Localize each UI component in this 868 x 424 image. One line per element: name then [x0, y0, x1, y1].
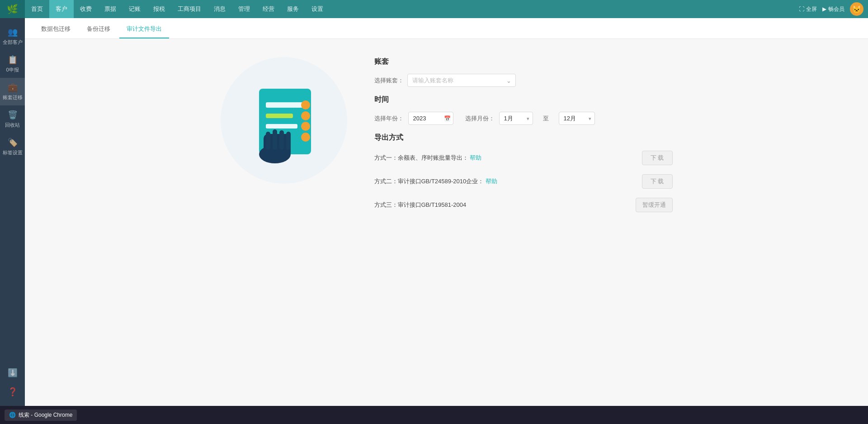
month-end-select[interactable]: 1月 2月 3月 4月 5月 6月 7月 8月 9月 10月 [559, 112, 595, 125]
nav-items: 首页 客户 收费 票据 记账 报税 工商项目 消息 管理 经营 服务 设置 [25, 0, 330, 18]
export-method-2-help-link[interactable]: 帮助 [486, 178, 497, 185]
month-end-wrap: 1月 2月 3月 4月 5月 6月 7月 8月 9月 10月 [559, 112, 595, 125]
svg-rect-1 [266, 102, 304, 108]
time-row: 选择年份： 🗓 选择月份： 1月 2月 3月 [374, 112, 673, 125]
svg-rect-11 [266, 132, 270, 150]
export-method-1-download-button[interactable]: 下 载 [642, 151, 673, 165]
sidebar-item-all-customers[interactable]: 👥 全部客户 [0, 23, 25, 50]
export-method-2-label: 方式二：审计接口GB/T24589-2010企业： 帮助 [374, 177, 642, 186]
to-label: 至 [541, 114, 551, 123]
svg-point-6 [301, 111, 310, 120]
zero-report-icon: 📋 [8, 55, 18, 65]
fullscreen-label: 全屏 [806, 5, 817, 13]
sidebar-item-tag-settings[interactable]: 🏷️ 标签设置 [0, 133, 25, 161]
svg-point-5 [301, 100, 310, 110]
account-section-title: 账套 [374, 57, 673, 67]
sidebar-item-help[interactable]: ❓ [0, 382, 25, 401]
export-method-3-row: 方式三：审计接口GB/T19581-2004 暂缓开通 [374, 198, 673, 212]
svg-rect-3 [266, 124, 297, 129]
sidebar-item-download[interactable]: ⬇️ [0, 363, 25, 382]
svg-rect-12 [273, 129, 277, 150]
page-inner: 账套 选择账套： 请输入账套名称 时间 选择年份： [221, 57, 673, 221]
sidebar-item-recycle[interactable]: 🗑️ 回收站 [0, 105, 25, 133]
account-select-row: 选择账套： 请输入账套名称 [374, 74, 673, 87]
tab-backup-migration[interactable]: 备份迁移 [80, 20, 118, 38]
sidebar-item-label: 0申报 [6, 67, 19, 73]
nav-item-invoice[interactable]: 票据 [98, 0, 123, 18]
fullscreen-icon: ⛶ [799, 6, 804, 12]
sidebar-item-zero-report[interactable]: 📋 0申报 [0, 50, 25, 78]
nav-item-service[interactable]: 服务 [281, 0, 305, 18]
export-method-3-open-button[interactable]: 暂缓开通 [636, 198, 673, 212]
nav-item-business[interactable]: 工商项目 [171, 0, 208, 18]
export-method-1-help-link[interactable]: 帮助 [470, 154, 481, 161]
member-button[interactable]: ▶ 畅会员 [822, 5, 844, 13]
account-select-label: 选择账套： [374, 76, 404, 85]
nav-item-customer[interactable]: 客户 [49, 0, 74, 18]
svg-rect-14 [286, 132, 291, 150]
sidebar-item-label: 账套迁移 [3, 94, 23, 101]
form-area: 账套 选择账套： 请输入账套名称 时间 选择年份： [374, 57, 673, 221]
nav-right: ⛶ 全屏 ▶ 畅会员 🐱 [799, 2, 863, 16]
tag-icon: 🏷️ [8, 138, 18, 148]
all-customers-icon: 👥 [8, 27, 18, 37]
export-section-title: 导出方式 [374, 133, 673, 143]
export-method-1-label: 方式一：余额表、序时账批量导出： 帮助 [374, 154, 642, 162]
illustration-wrap [221, 57, 347, 184]
help-icon: ❓ [8, 387, 18, 397]
account-select[interactable]: 请输入账套名称 [407, 74, 516, 87]
tab-audit-export[interactable]: 审计文件导出 [119, 20, 169, 38]
logo-icon: 🌿 [7, 4, 18, 14]
sidebar-item-label: 回收站 [5, 122, 20, 129]
account-select-wrapper: 请输入账套名称 [407, 74, 516, 87]
export-method-3-label: 方式三：审计接口GB/T19581-2004 [374, 201, 636, 209]
month-start-wrap: 1月 2月 3月 4月 5月 6月 7月 8月 9月 10月 [499, 112, 533, 125]
sidebar-item-account-migration[interactable]: 💼 账套迁移 [0, 78, 25, 105]
main-layout: 👥 全部客户 📋 0申报 💼 账套迁移 🗑️ 回收站 🏷️ 标签设置 ⬇️ ❓ [0, 18, 868, 406]
nav-item-settings[interactable]: 设置 [305, 0, 330, 18]
svg-point-8 [301, 133, 310, 142]
tabs-bar: 数据包迁移 备份迁移 审计文件导出 [25, 18, 868, 39]
recycle-icon: 🗑️ [8, 110, 18, 120]
video-icon: ▶ [822, 6, 826, 12]
sidebar-item-label: 标签设置 [3, 149, 23, 156]
time-section-title: 时间 [374, 95, 673, 105]
year-input[interactable] [408, 112, 453, 125]
nav-item-fee[interactable]: 收费 [74, 0, 98, 18]
top-navigation: 🌿 首页 客户 收费 票据 记账 报税 工商项目 消息 管理 经营 服务 设置 … [0, 0, 868, 18]
month-start-select[interactable]: 1月 2月 3月 4月 5月 6月 7月 8月 9月 10月 [499, 112, 533, 125]
nav-item-tax[interactable]: 报税 [147, 0, 171, 18]
avatar[interactable]: 🐱 [850, 2, 863, 16]
illustration-circle [221, 57, 347, 184]
taskbar: 🌐 线索 - Google Chrome [0, 406, 868, 424]
fullscreen-button[interactable]: ⛶ 全屏 [799, 5, 817, 13]
svg-rect-2 [266, 114, 293, 118]
chrome-icon: 🌐 [9, 412, 16, 418]
left-sidebar: 👥 全部客户 📋 0申报 💼 账套迁移 🗑️ 回收站 🏷️ 标签设置 ⬇️ ❓ [0, 18, 25, 406]
member-label: 畅会员 [828, 5, 844, 13]
logo: 🌿 [0, 0, 25, 18]
content-area: 数据包迁移 备份迁移 审计文件导出 [25, 18, 868, 406]
nav-item-message[interactable]: 消息 [208, 0, 232, 18]
export-method-2-download-button[interactable]: 下 载 [642, 174, 673, 189]
nav-item-bookkeeping[interactable]: 记账 [123, 0, 147, 18]
export-method-2-row: 方式二：审计接口GB/T24589-2010企业： 帮助 下 载 [374, 174, 673, 189]
svg-point-7 [301, 122, 310, 131]
export-method-1-row: 方式一：余额表、序时账批量导出： 帮助 下 载 [374, 151, 673, 165]
taskbar-chrome-item[interactable]: 🌐 线索 - Google Chrome [5, 410, 77, 421]
account-migration-icon: 💼 [8, 82, 18, 92]
month-label: 选择月份： [465, 114, 495, 123]
year-input-wrap: 🗓 [408, 112, 453, 125]
nav-item-home[interactable]: 首页 [25, 0, 49, 18]
year-label: 选择年份： [374, 114, 404, 123]
tab-data-migration[interactable]: 数据包迁移 [34, 20, 78, 38]
page-content: 账套 选择账套： 请输入账套名称 时间 选择年份： [25, 39, 868, 406]
nav-item-operation[interactable]: 经营 [256, 0, 281, 18]
taskbar-chrome-label: 线索 - Google Chrome [19, 411, 72, 419]
svg-rect-13 [279, 130, 284, 150]
sidebar-bottom: ⬇️ ❓ [0, 363, 25, 406]
sidebar-item-label: 全部客户 [3, 39, 23, 46]
nav-item-manage[interactable]: 管理 [232, 0, 256, 18]
illustration-svg [243, 75, 325, 166]
download-icon: ⬇️ [8, 368, 18, 378]
